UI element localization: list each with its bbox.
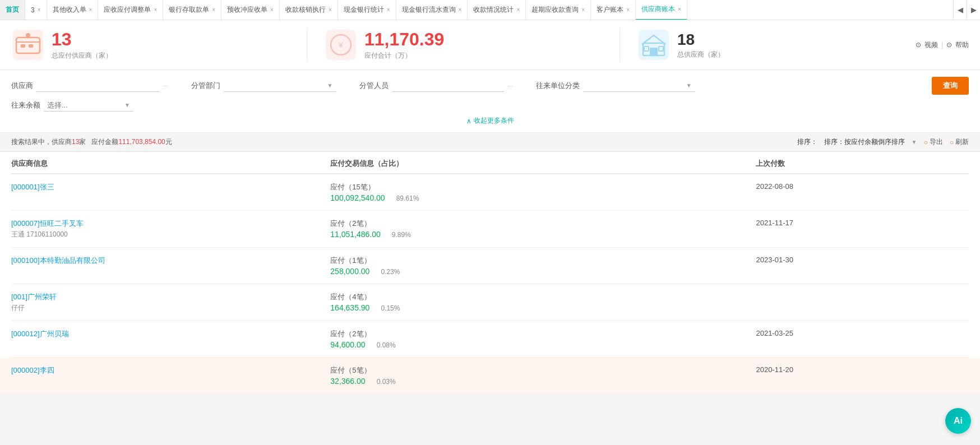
payable-amount-5[interactable]: 94,600.00 [330,340,365,349]
sort-value[interactable]: 排序：按应付余额倒序排序 [824,137,905,147]
query-button[interactable]: 查询 [932,77,969,95]
person-filter-input[interactable] [392,80,504,92]
table-row: [000100]本特勤油品有限公司 应付（1笔） 258,000.00 0.23… [11,248,969,284]
nav-tab-bank-deposit[interactable]: 银行存取款单 × [163,0,221,20]
help-link[interactable]: 帮助 [955,40,969,50]
dept-filter-input[interactable] [227,81,327,90]
nav-tab-cash-bank-flow-label: 现金银行流水查询 [402,5,456,15]
nav-tab-supplier-ledger-label: 供应商账本 [641,4,675,14]
payable-label-1: 应付（15笔） [330,182,756,192]
nav-tab-cash-bank-stat-close[interactable]: × [387,7,390,13]
payable-amount-1[interactable]: 100,092,540.00 [330,193,385,202]
nav-tab-cash-bank-flow-close[interactable]: × [459,7,462,13]
person-filter-label: 分管人员 [359,81,389,91]
nav-tab-supplier-ledger-close[interactable]: × [678,6,681,12]
unit-class-chevron-icon: ▼ [686,82,692,89]
payable-info-1: 应付（15笔） 100,092,540.00 89.61% [330,182,756,202]
unit-class-filter-input[interactable] [586,81,686,90]
nav-tab-3[interactable]: 3 × [25,0,47,20]
collapse-label: 收起更多条件 [474,116,514,126]
nav-tab-cash-bank-stat[interactable]: 现金银行统计 × [338,0,396,20]
dept-filter-label: 分管部门 [191,81,220,91]
payable-amount-2[interactable]: 11,051,486.00 [330,230,381,239]
last-pay-date-6: 2020-11-20 [756,365,793,374]
supplier-filter-input[interactable] [36,80,160,92]
nav-tab-other-income[interactable]: 其他收入单 × [47,0,99,20]
filter-item-dept: 分管部门 ▼ [191,80,336,92]
supplier-filter-ellipsis[interactable]: ··· [163,83,168,89]
nav-tab-prepay-ar[interactable]: 预收冲应收单 × [221,0,280,20]
supplier-link-4[interactable]: [001]广州荣轩 [11,293,57,301]
lastpay-6: 2020-11-20 [756,365,969,374]
payable-pct-1: 89.61% [396,194,419,202]
lastpay-3: 2023-01-30 [756,256,969,264]
last-pay-date-2: 2021-11-17 [756,219,793,227]
supplier-sub-2: 王通 17106110000 [11,230,330,239]
collapse-button[interactable]: ∧ 收起更多条件 [466,116,514,126]
supplier-info-4: [001]广州荣轩 仔仔 [11,292,330,313]
supplier-link-3[interactable]: [000100]本特勤油品有限公司 [11,256,105,265]
nav-tab-customer-ledger[interactable]: 客户账本 × [591,0,636,20]
nav-tab-bank-deposit-close[interactable]: × [212,7,215,13]
payable-pct-2: 9.89% [392,231,411,239]
export-button[interactable]: ○ 导出 [924,137,943,147]
payable-amount-6[interactable]: 32,366.00 [330,377,365,386]
nav-tab-receipt-verify[interactable]: 收款核销执行 × [280,0,338,20]
nav-tab-receipt-verify-close[interactable]: × [329,7,332,13]
nav-tab-ar-ap-adj[interactable]: 应收应付调整单 × [98,0,163,20]
nav-tab-receipt-stat-label: 收款情况统计 [473,5,514,15]
nav-tab-prepay-ar-close[interactable]: × [270,7,274,13]
result-actions: 排序： 排序：按应付余额倒序排序 ▼ ○ 导出 ○ 刷新 [797,137,969,147]
nav-tab-home[interactable]: 首页 [0,0,25,20]
unit-class-filter-select[interactable]: ▼ [583,80,695,92]
nav-tab-overdue-ar[interactable]: 超期应收款查询 × [526,0,591,20]
payable-label-5: 应付（2笔） [330,329,756,339]
balance-chevron-icon: ▼ [124,102,130,108]
summary-text-total: 18 总供应商（家） [677,31,724,59]
table-row: [000012]广州贝瑞 应付（2笔） 94,600.00 0.08% 2021… [11,321,969,358]
nav-tab-cash-bank-stat-label: 现金银行统计 [344,5,384,15]
nav-tab-receipt-stat-close[interactable]: × [516,7,520,13]
nav-tab-3-close[interactable]: × [38,7,41,13]
nav-tab-cash-bank-flow[interactable]: 现金银行流水查询 × [396,0,468,20]
summary-card-suppliers: 13 总应付供应商（家） [11,28,290,62]
refresh-button[interactable]: ○ 刷新 [950,137,969,147]
person-filter-ellipsis[interactable]: ··· [507,83,512,89]
col-header-lastpay: 上次付数 [756,159,969,169]
nav-tab-receipt-stat[interactable]: 收款情况统计 × [468,0,526,20]
sort-chevron-icon[interactable]: ▼ [912,139,917,145]
result-bar: 搜索结果中，供应商13家 应付金额111,703,854.00元 排序： 排序：… [0,133,980,152]
filter-bar: 供应商 ··· 分管部门 ▼ 分管人员 ··· 往来单位分类 ▼ 查询 [0,70,980,133]
nav-tab-overdue-ar-close[interactable]: × [581,7,585,13]
payable-row-6: 32,366.00 0.03% [330,376,756,386]
supplier-count-label: 总应付供应商（家） [52,51,112,61]
balance-filter-input[interactable] [47,101,124,109]
nav-prev-button[interactable]: ◀ [953,0,967,20]
svg-point-5 [26,33,30,38]
filter-row-1: 供应商 ··· 分管部门 ▼ 分管人员 ··· 往来单位分类 ▼ 查询 [11,77,969,95]
balance-filter-select[interactable]: ▼ [44,99,133,112]
table-row: [000002]李四 应付（5笔） 32,366.00 0.03% 2020-1… [0,358,980,394]
supplier-link-5[interactable]: [000012]广州贝瑞 [11,330,69,338]
col-header-payable: 应付交易信息（占比） [330,159,756,169]
nav-tab-home-label: 首页 [6,5,19,15]
payable-amount-3[interactable]: 258,000.00 [330,267,369,276]
nav-tab-supplier-ledger[interactable]: 供应商账本 × [636,0,687,20]
supplier-link-1[interactable]: [000001]张三 [11,183,54,191]
payable-icon: ¥ [324,28,358,62]
circle-icon2: ⊙ [946,41,952,49]
nav-tab-other-income-close[interactable]: × [89,7,93,13]
supplier-link-2[interactable]: [000007]恒旺二手叉车 [11,219,84,228]
filter-item-supplier: 供应商 ··· [11,80,168,92]
payable-row-3: 258,000.00 0.23% [330,266,756,276]
nav-tab-ar-ap-adj-close[interactable]: × [154,7,157,13]
video-link[interactable]: 视频 [924,40,938,50]
nav-tab-customer-ledger-close[interactable]: × [626,7,630,13]
result-amount: 111,703,854.00 [118,138,165,146]
payable-amount-4[interactable]: 164,635.90 [330,303,369,312]
payable-info-6: 应付（5笔） 32,366.00 0.03% [330,365,756,386]
payable-amount-label: 应付合计（万） [364,51,444,61]
nav-next-button[interactable]: ▶ [967,0,980,20]
supplier-link-6[interactable]: [000002]李四 [11,366,54,374]
dept-filter-select[interactable]: ▼ [224,80,336,92]
